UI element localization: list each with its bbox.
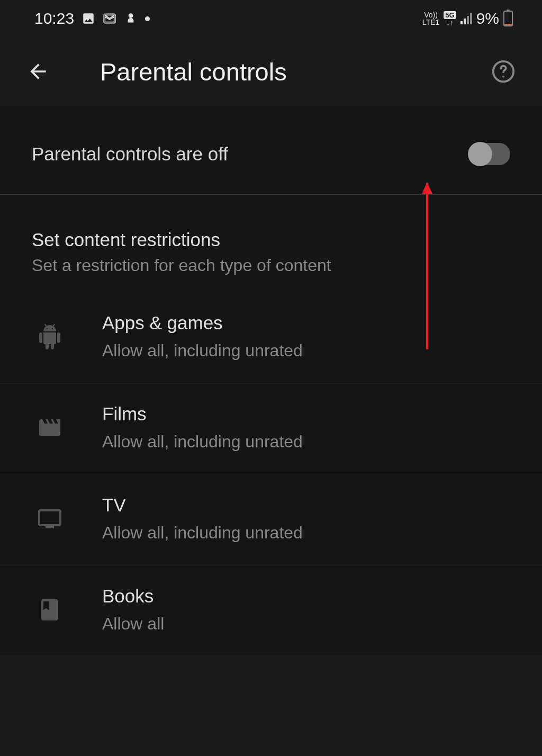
item-title: Apps & games (102, 312, 303, 334)
film-icon (37, 415, 62, 440)
svg-point-2 (502, 76, 504, 78)
status-time: 10:23 (34, 10, 74, 28)
book-icon (37, 597, 62, 623)
svg-point-0 (129, 13, 133, 18)
signal-icon (460, 13, 472, 24)
toggle-knob (468, 142, 492, 166)
volte-indicator: Vo)) LTE1 (422, 11, 439, 26)
restriction-item-tv[interactable]: TV Allow all, including unrated (0, 473, 542, 564)
tv-icon (37, 506, 62, 532)
item-title: Films (102, 403, 303, 425)
restriction-item-films[interactable]: Films Allow all, including unrated (0, 382, 542, 473)
status-right: Vo)) LTE1 5G ↓↑ 9% (422, 10, 513, 28)
restriction-item-apps[interactable]: Apps & games Allow all, including unrate… (0, 291, 542, 382)
toggle-switch[interactable] (469, 143, 510, 165)
section-title: Set content restrictions (32, 229, 510, 250)
section-header: Set content restrictions Set a restricti… (0, 195, 542, 291)
item-title: Books (102, 586, 164, 607)
android-icon (37, 324, 62, 349)
list-text: Apps & games Allow all, including unrate… (102, 312, 303, 361)
status-left: 10:23 (34, 10, 150, 28)
item-title: TV (102, 494, 303, 516)
image-icon (82, 12, 95, 25)
status-bar: 10:23 Vo)) LTE1 5G ↓↑ 9% (0, 0, 542, 37)
gmail-icon (103, 12, 116, 25)
help-icon[interactable] (491, 59, 516, 84)
restriction-item-books[interactable]: Books Allow all (0, 564, 542, 655)
section-subtitle: Set a restriction for each type of conte… (32, 256, 510, 275)
item-subtitle: Allow all, including unrated (102, 341, 303, 361)
battery-icon (503, 11, 513, 26)
back-arrow-icon[interactable] (26, 60, 50, 83)
app-notification-icon (124, 12, 138, 25)
annotation-arrow-head (422, 182, 432, 194)
network-5g-indicator: 5G ↓↑ (444, 11, 456, 26)
notification-dot-icon (145, 16, 150, 21)
list-text: Books Allow all (102, 586, 164, 634)
parental-controls-toggle-row[interactable]: Parental controls are off (0, 106, 542, 195)
battery-percent: 9% (476, 10, 499, 28)
app-bar: Parental controls (0, 37, 542, 106)
annotation-arrow (426, 183, 428, 349)
data-arrows-icon: ↓↑ (446, 19, 454, 26)
item-subtitle: Allow all, including unrated (102, 432, 303, 452)
item-subtitle: Allow all (102, 614, 164, 634)
item-subtitle: Allow all, including unrated (102, 523, 303, 543)
content-area: Parental controls are off Set content re… (0, 106, 542, 655)
list-text: Films Allow all, including unrated (102, 403, 303, 452)
page-title: Parental controls (100, 57, 491, 86)
list-text: TV Allow all, including unrated (102, 494, 303, 543)
toggle-label: Parental controls are off (32, 143, 228, 165)
